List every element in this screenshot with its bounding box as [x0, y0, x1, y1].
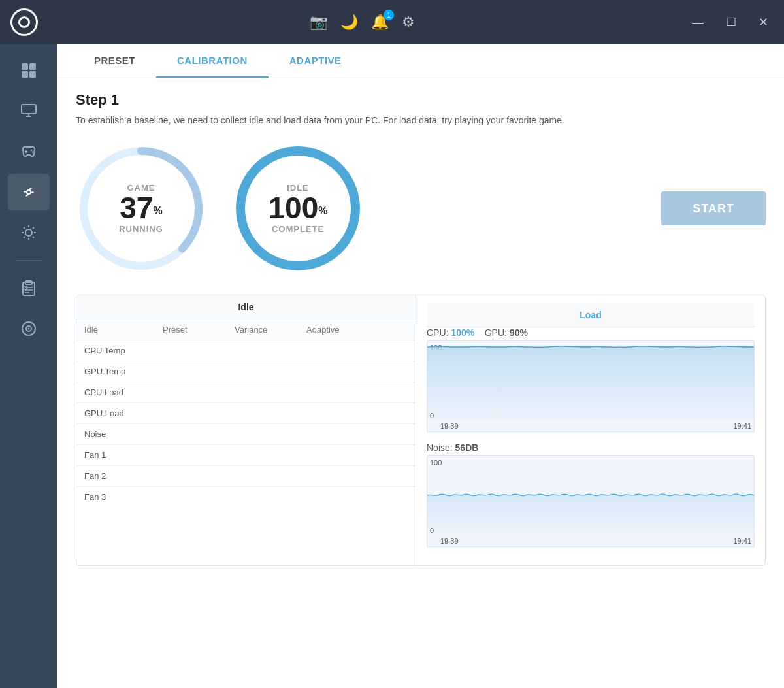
sidebar-item-gamepad[interactable] — [8, 133, 50, 170]
cpu-chart-area: 100 0 19:39 19:41 — [427, 340, 755, 432]
idle-value: 100 — [269, 191, 319, 225]
sidebar — [0, 44, 57, 688]
svg-line-17 — [24, 227, 25, 229]
charts-panel: Load CPU: 100% GPU: 90% 100 — [416, 295, 765, 565]
start-button[interactable]: START — [661, 191, 766, 225]
dashboard-icon — [20, 61, 38, 80]
cpu-chart-block: CPU: 100% GPU: 90% 100 0 19:39 19:41 — [427, 327, 755, 432]
load-panel-header[interactable]: Load — [427, 303, 755, 327]
svg-rect-3 — [29, 71, 36, 78]
svg-line-20 — [24, 237, 25, 238]
noise-chart-title: Noise: 56DB — [427, 442, 755, 453]
table-columns: Idle Preset Variance Adaptive — [76, 319, 416, 340]
app-logo — [10, 8, 38, 36]
table-row: GPU Load — [76, 403, 416, 424]
sidebar-item-monitor[interactable] — [8, 93, 50, 129]
sidebar-item-fan[interactable] — [8, 174, 50, 210]
col-header-variance: Variance — [235, 325, 306, 335]
noise-value: 56DB — [455, 442, 479, 453]
title-bar: 📷 🌙 🔔 1 ⚙ — ☐ ✕ — [0, 0, 784, 44]
row-gpu-temp: GPU Temp — [84, 367, 163, 376]
title-bar-actions: — ☐ ✕ — [687, 12, 774, 32]
noise-chart-area: 100 0 19:39 19:41 — [427, 455, 755, 547]
col-header-adaptive: Adaptive — [306, 325, 378, 335]
svg-point-28 — [28, 328, 30, 330]
notification-badge: 1 — [384, 10, 394, 20]
noise-x-right: 19:41 — [733, 537, 751, 545]
game-value: 37 — [120, 191, 153, 225]
camera-icon[interactable]: 📷 — [310, 14, 327, 31]
row-fan3: Fan 3 — [84, 492, 163, 502]
idle-pct: % — [318, 205, 327, 216]
tab-calibration[interactable]: CALIBRATION — [156, 44, 269, 78]
app-body: PRESET CALIBRATION ADAPTIVE Step 1 To es… — [0, 44, 784, 688]
cpu-x-left: 19:39 — [440, 422, 459, 430]
game-circle-inner: GAME 37% RUNNING — [119, 183, 163, 234]
noise-x-left: 19:39 — [440, 537, 459, 545]
game-value-row: 37% — [120, 193, 162, 223]
svg-rect-4 — [22, 105, 36, 114]
cpu-chart-svg — [427, 341, 754, 419]
tabs: PRESET CALIBRATION ADAPTIVE — [57, 44, 784, 78]
game-status: RUNNING — [119, 224, 163, 234]
tab-adaptive[interactable]: ADAPTIVE — [269, 44, 363, 78]
row-gpu-load: GPU Load — [84, 408, 163, 418]
svg-line-19 — [33, 227, 34, 229]
sidebar-item-lighting[interactable] — [8, 214, 50, 251]
table-row: GPU Temp — [76, 361, 416, 382]
row-noise: Noise — [84, 429, 163, 439]
noise-label: Noise: — [427, 442, 453, 453]
table-row: Fan 3 — [76, 487, 416, 507]
svg-rect-0 — [22, 63, 28, 70]
sidebar-item-clipboard[interactable] — [8, 270, 50, 306]
sun-icon — [20, 223, 38, 242]
gpu-value: 90% — [510, 327, 528, 338]
svg-point-11 — [27, 190, 31, 194]
row-fan2: Fan 2 — [84, 471, 163, 481]
idle-panel-header: Idle — [76, 295, 416, 319]
sidebar-item-disc[interactable] — [8, 310, 50, 347]
table-row: Noise — [76, 424, 416, 445]
idle-circle-container: IDLE 100% COMPLETE — [233, 143, 363, 274]
settings-icon[interactable]: ⚙ — [402, 14, 415, 31]
svg-point-9 — [31, 150, 32, 151]
table-row: Fan 2 — [76, 466, 416, 487]
cpu-x-right: 19:41 — [733, 422, 751, 430]
table-row: Fan 1 — [76, 445, 416, 466]
sidebar-item-dashboard[interactable] — [8, 52, 50, 89]
svg-rect-2 — [22, 71, 28, 78]
main-content: Step 1 To establish a baseline, we need … — [57, 78, 784, 688]
data-layout: Idle Idle Preset Variance Adaptive CPU T… — [76, 295, 765, 565]
maximize-button[interactable]: ☐ — [721, 12, 742, 32]
svg-point-12 — [25, 229, 32, 236]
minimize-button[interactable]: — — [687, 13, 709, 32]
cpu-value: 100% — [451, 327, 474, 338]
row-cpu-load: CPU Load — [84, 387, 163, 397]
game-circle-container: GAME 37% RUNNING — [76, 143, 206, 274]
gamepad-icon — [20, 142, 38, 161]
circles-row: GAME 37% RUNNING IDLE — [76, 143, 766, 274]
row-cpu-temp: CPU Temp — [84, 346, 163, 355]
noise-chart-block: Noise: 56DB 100 0 19:39 19:41 — [427, 442, 755, 547]
data-table-panel: Idle Idle Preset Variance Adaptive CPU T… — [76, 295, 416, 565]
moon-icon[interactable]: 🌙 — [340, 14, 358, 31]
svg-rect-1 — [29, 63, 36, 70]
monitor-icon — [20, 102, 38, 120]
sidebar-divider — [16, 260, 42, 261]
clipboard-icon — [20, 279, 38, 297]
logo-inner — [18, 16, 30, 28]
row-fan1: Fan 1 — [84, 450, 163, 460]
svg-point-10 — [32, 151, 33, 152]
close-button[interactable]: ✕ — [753, 12, 774, 32]
content-area: PRESET CALIBRATION ADAPTIVE Step 1 To es… — [57, 44, 784, 688]
fan-icon — [20, 183, 38, 201]
tab-preset[interactable]: PRESET — [73, 44, 156, 78]
title-bar-icons: 📷 🌙 🔔 1 ⚙ — [38, 14, 687, 31]
table-row: CPU Load — [76, 382, 416, 403]
gpu-label: GPU: — [485, 327, 507, 338]
bell-icon[interactable]: 🔔 1 — [371, 14, 389, 31]
svg-line-18 — [33, 237, 34, 238]
col-header-idle: Idle — [84, 325, 163, 335]
disc-icon — [20, 319, 38, 338]
noise-chart-svg — [427, 456, 754, 534]
